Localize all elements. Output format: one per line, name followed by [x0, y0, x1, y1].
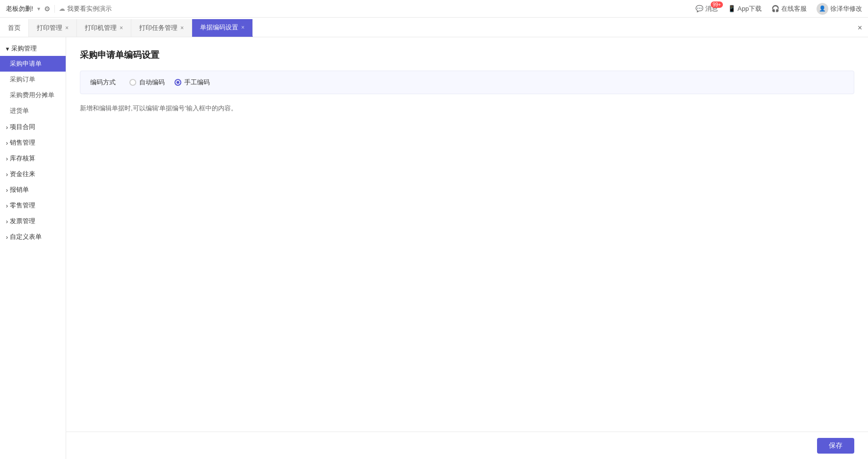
radio-auto[interactable]: 自动编码	[129, 78, 165, 87]
sidebar-group-retail-label: 零售管理	[10, 201, 35, 210]
expand-icon-inventory: ›	[6, 155, 8, 162]
sidebar-group-sales: › 销售管理	[0, 135, 66, 150]
tab-single-code[interactable]: 单据编码设置 ×	[192, 19, 253, 37]
sidebar-group-inventory: › 库存核算	[0, 151, 66, 166]
tab-print-task-close[interactable]: ×	[180, 25, 184, 31]
sidebar-group-custom-form-title[interactable]: › 自定义表单	[0, 230, 66, 244]
main-layout: ▾ 采购管理 采购申请单 采购订单 采购费用分摊单 进货单 › 项目合同	[0, 37, 868, 459]
save-button[interactable]: 保存	[817, 438, 854, 454]
demo-link[interactable]: ☁ 我要看实例演示	[59, 4, 112, 13]
sidebar-group-sales-title[interactable]: › 销售管理	[0, 135, 66, 150]
content-inner: 采购申请单编码设置 编码方式 自动编码 手工编码 新增和编辑单据时,可以编辑'单…	[66, 37, 868, 432]
message-icon: 💬	[695, 5, 703, 12]
tab-print-task[interactable]: 打印任务管理 ×	[131, 19, 192, 37]
top-bar-right: 💬 消息 99+ 📱 App下载 🎧 在线客服 👤 徐泽华修改	[695, 3, 862, 15]
tab-printer-mgmt-label: 打印机管理	[85, 24, 117, 32]
radio-manual[interactable]: 手工编码	[174, 78, 210, 87]
sidebar-item-purchase-request-label: 采购申请单	[10, 60, 42, 67]
sidebar-item-purchase-order-label: 采购订单	[10, 76, 35, 83]
tab-printer-mgmt[interactable]: 打印机管理 ×	[77, 19, 131, 37]
sidebar-group-retail-title[interactable]: › 零售管理	[0, 198, 66, 213]
sidebar-group-project-contract: › 项目合同	[0, 120, 66, 134]
sidebar-item-purchase-expense[interactable]: 采购费用分摊单	[0, 87, 66, 103]
sidebar-item-purchase-order[interactable]: 采购订单	[0, 72, 66, 87]
expand-icon-sales: ›	[6, 139, 8, 147]
expand-icon-custom: ›	[6, 233, 8, 241]
sidebar-group-funds-label: 资金往来	[10, 170, 35, 178]
sidebar-item-purchase-expense-label: 采购费用分摊单	[10, 91, 54, 99]
tab-single-code-close[interactable]: ×	[241, 24, 245, 31]
content-area: 采购申请单编码设置 编码方式 自动编码 手工编码 新增和编辑单据时,可以编辑'单…	[66, 37, 868, 459]
expand-icon-invoice: ›	[6, 218, 8, 225]
app-icon: 📱	[728, 5, 736, 12]
collapse-icon: ▾	[6, 45, 9, 52]
tab-print-mgmt-close[interactable]: ×	[65, 25, 69, 31]
radio-group: 自动编码 手工编码	[129, 78, 210, 87]
expand-icon-retail: ›	[6, 202, 8, 209]
message-badge: 99+	[711, 1, 723, 8]
sidebar-group-purchase: ▾ 采购管理 采购申请单 采购订单 采购费用分摊单 进货单	[0, 41, 66, 119]
app-download-button[interactable]: 📱 App下载	[728, 4, 762, 13]
sidebar-group-funds: › 资金往来	[0, 167, 66, 181]
service-label: 在线客服	[781, 4, 807, 13]
sidebar-group-returns: › 报销单	[0, 182, 66, 197]
message-button[interactable]: 💬 消息 99+	[695, 4, 718, 13]
user-profile[interactable]: 👤 徐泽华修改	[817, 3, 862, 15]
sidebar-group-custom-form-label: 自定义表单	[10, 232, 42, 241]
settings-icon[interactable]: ⚙	[44, 5, 50, 13]
sidebar-item-receipt[interactable]: 进货单	[0, 103, 66, 119]
sidebar-item-receipt-label: 进货单	[10, 107, 29, 114]
close-all-tabs-button[interactable]: ×	[852, 19, 868, 37]
radio-manual-circle	[174, 79, 181, 86]
tab-single-code-label: 单据编码设置	[200, 23, 238, 32]
user-name: 徐泽华修改	[830, 4, 862, 13]
sidebar-group-custom-form: › 自定义表单	[0, 230, 66, 244]
sidebar-group-returns-label: 报销单	[10, 185, 29, 194]
sidebar: ▾ 采购管理 采购申请单 采购订单 采购费用分摊单 进货单 › 项目合同	[0, 37, 66, 459]
tab-bar: 首页 打印管理 × 打印机管理 × 打印任务管理 × 单据编码设置 × ×	[0, 18, 868, 37]
page-title: 采购申请单编码设置	[80, 49, 854, 61]
radio-manual-label: 手工编码	[184, 78, 210, 87]
expand-icon-returns: ›	[6, 186, 8, 194]
headset-icon: 🎧	[771, 5, 779, 12]
encoding-form: 编码方式 自动编码 手工编码	[80, 71, 854, 94]
encoding-label: 编码方式	[90, 78, 116, 87]
sidebar-group-funds-title[interactable]: › 资金往来	[0, 167, 66, 181]
brand-text: 老板勿删!	[6, 4, 33, 13]
sidebar-group-invoice-label: 发票管理	[10, 217, 35, 226]
sidebar-group-inventory-label: 库存核算	[10, 154, 35, 163]
expand-icon-funds: ›	[6, 171, 8, 178]
demo-text: 我要看实例演示	[67, 4, 112, 13]
tab-home[interactable]: 首页	[0, 19, 29, 37]
top-bar-left: 老板勿删! ▾ ⚙ ☁ 我要看实例演示	[6, 4, 112, 13]
online-service-button[interactable]: 🎧 在线客服	[771, 4, 807, 13]
avatar: 👤	[817, 3, 828, 15]
top-bar: 老板勿删! ▾ ⚙ ☁ 我要看实例演示 💬 消息 99+ 📱 App下载 🎧 在…	[0, 0, 868, 18]
content-footer: 保存	[66, 432, 868, 459]
sidebar-group-project-contract-title[interactable]: › 项目合同	[0, 120, 66, 134]
tab-print-task-label: 打印任务管理	[139, 24, 177, 32]
radio-auto-circle	[129, 79, 136, 86]
tab-print-mgmt-label: 打印管理	[37, 24, 62, 32]
sidebar-group-invoice-title[interactable]: › 发票管理	[0, 214, 66, 229]
cloud-icon: ☁	[59, 5, 65, 12]
sidebar-group-retail: › 零售管理	[0, 198, 66, 213]
app-label: App下载	[738, 4, 762, 13]
sidebar-group-invoice: › 发票管理	[0, 214, 66, 229]
tab-print-mgmt[interactable]: 打印管理 ×	[29, 19, 77, 37]
expand-icon: ›	[6, 124, 8, 131]
sidebar-group-returns-title[interactable]: › 报销单	[0, 182, 66, 197]
sidebar-group-project-contract-label: 项目合同	[10, 123, 35, 131]
tab-printer-mgmt-close[interactable]: ×	[120, 25, 123, 31]
brand-arrow-icon[interactable]: ▾	[37, 5, 40, 12]
sidebar-group-inventory-title[interactable]: › 库存核算	[0, 151, 66, 166]
radio-auto-label: 自动编码	[139, 78, 165, 87]
divider	[54, 5, 55, 13]
sidebar-group-purchase-label: 采购管理	[11, 44, 37, 53]
tab-home-label: 首页	[8, 24, 21, 32]
sidebar-item-purchase-request[interactable]: 采购申请单	[0, 56, 66, 72]
sidebar-group-sales-label: 销售管理	[10, 138, 35, 147]
description-text: 新增和编辑单据时,可以编辑'单据编号'输入框中的内容。	[80, 102, 854, 115]
sidebar-group-purchase-title[interactable]: ▾ 采购管理	[0, 41, 66, 56]
